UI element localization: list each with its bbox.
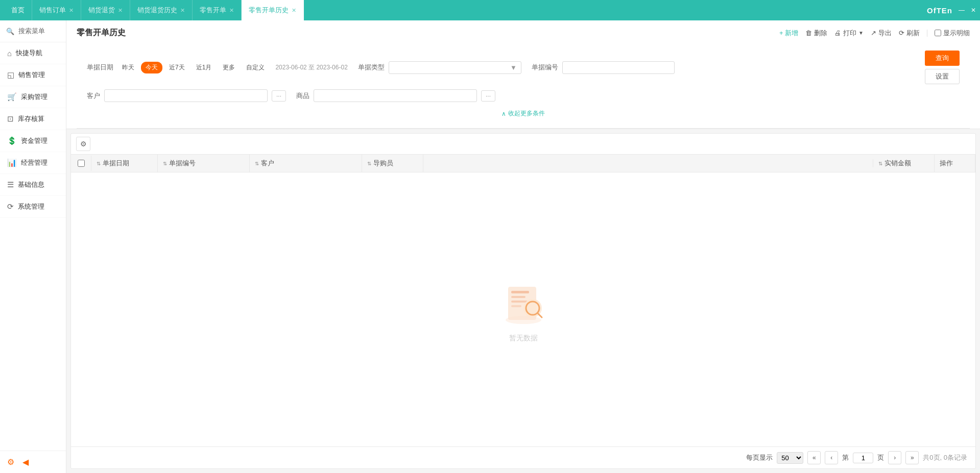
export-button-label: 导出 xyxy=(878,29,892,38)
refresh-button[interactable]: ⟳ 刷新 xyxy=(899,29,920,38)
per-page-label: 每页显示 xyxy=(746,453,773,462)
export-button[interactable]: ↗ 导出 xyxy=(871,29,892,38)
show-detail-checkbox[interactable] xyxy=(935,30,941,36)
tab-sales-return[interactable]: 销货退货 ✕ xyxy=(81,0,130,20)
delete-button[interactable]: 🗑 删除 xyxy=(805,29,827,38)
tab-retail-open-history-close[interactable]: ✕ xyxy=(292,7,296,14)
table-config-button[interactable]: ⚙ xyxy=(76,137,90,151)
query-row-2: 客户 ··· 商品 ··· xyxy=(87,89,960,102)
query-btn-group: 查询 设置 xyxy=(925,51,960,84)
prev-page-btn[interactable]: ‹ xyxy=(825,451,838,464)
date-btn-7days[interactable]: 近7天 xyxy=(164,62,189,73)
per-page-select[interactable]: 50 100 200 xyxy=(777,452,803,464)
tab-sales-return-history[interactable]: 销货退货历史 ✕ xyxy=(130,0,193,20)
add-button-label: + 新增 xyxy=(779,29,798,38)
page-title-row: 零售开单历史 + 新增 🗑 删除 🖨 打印 ▼ ↗ xyxy=(77,28,970,38)
sidebar-item-sales-label: 销售管理 xyxy=(18,70,45,80)
page-header: 零售开单历史 + 新增 🗑 删除 🖨 打印 ▼ ↗ xyxy=(66,20,980,129)
tab-retail-open-history[interactable]: 零售开单历史 ✕ xyxy=(242,0,304,20)
sidebar-item-purchase[interactable]: 🛒 采购管理 xyxy=(0,86,66,108)
th-customer[interactable]: ⇅ 客户 xyxy=(250,155,362,172)
type-dropdown[interactable]: ▼ xyxy=(389,61,521,74)
collapse-label: 收起更多条件 xyxy=(508,109,545,118)
collapse-more-btn[interactable]: ∧ 收起更多条件 xyxy=(87,107,960,122)
first-page-btn[interactable]: « xyxy=(807,451,821,464)
sidebar-item-inventory[interactable]: ⊡ 库存核算 xyxy=(0,108,66,130)
th-guide[interactable]: ⇅ 导购员 xyxy=(362,155,423,172)
home-icon: ⌂ xyxy=(7,49,12,58)
customer-dots-btn[interactable]: ··· xyxy=(272,90,286,102)
svg-rect-5 xyxy=(511,305,521,307)
product-input[interactable] xyxy=(314,89,477,102)
select-all-checkbox[interactable] xyxy=(78,160,85,167)
sidebar-bottom: ⚙ ◀ xyxy=(0,451,66,473)
query-button[interactable]: 查询 xyxy=(925,51,960,66)
tab-sales-return-close[interactable]: ✕ xyxy=(118,7,123,14)
purchase-icon: 🛒 xyxy=(7,92,17,102)
tab-sales-order-close[interactable]: ✕ xyxy=(69,7,74,14)
sidebar-collapse-icon[interactable]: ◀ xyxy=(22,457,29,467)
date-btn-today[interactable]: 今天 xyxy=(141,62,162,73)
delete-button-label: 删除 xyxy=(814,29,827,38)
sort-icon-date: ⇅ xyxy=(97,161,101,166)
next-page-btn[interactable]: › xyxy=(888,451,901,464)
date-btn-1month[interactable]: 近1月 xyxy=(192,62,217,73)
page-input[interactable] xyxy=(853,453,873,463)
order-no-input[interactable] xyxy=(562,61,675,74)
brand-logo: OfTEn xyxy=(927,6,952,15)
sidebar-item-base-info-label: 基础信息 xyxy=(18,180,44,189)
sidebar-search[interactable]: 🔍 搜索菜单 xyxy=(0,20,66,42)
sidebar-item-quick-nav[interactable]: ⌂ 快捷导航 xyxy=(0,42,66,64)
toolbar-actions: + 新增 🗑 删除 🖨 打印 ▼ ↗ 导出 xyxy=(779,29,970,38)
th-date[interactable]: ⇅ 单据日期 xyxy=(91,155,158,172)
th-action-label: 操作 xyxy=(940,159,953,168)
print-button-label: 打印 xyxy=(843,29,856,38)
tab-retail-open-close[interactable]: ✕ xyxy=(229,7,234,14)
customer-label: 客户 xyxy=(87,91,100,101)
date-range-display: 2023-06-02 至 2023-06-02 xyxy=(275,63,347,72)
date-btn-yesterday[interactable]: 昨天 xyxy=(117,62,139,73)
empty-illustration xyxy=(498,277,549,328)
sidebar-item-operations[interactable]: 📊 经营管理 xyxy=(0,152,66,174)
window-minimize[interactable]: — xyxy=(959,7,965,14)
order-no-field: 单据编号 xyxy=(532,61,675,74)
order-no-label: 单据编号 xyxy=(532,63,558,72)
print-button[interactable]: 🖨 打印 ▼ xyxy=(834,29,864,38)
date-btn-custom[interactable]: 自定义 xyxy=(242,62,269,73)
content-area: 零售开单历史 + 新增 🗑 删除 🖨 打印 ▼ ↗ xyxy=(66,20,980,473)
date-filter-btns: 昨天 今天 近7天 近1月 更多 自定义 xyxy=(117,62,269,73)
search-icon: 🔍 xyxy=(6,28,14,35)
th-order-no[interactable]: ⇅ 单据编号 xyxy=(158,155,250,172)
sidebar-item-finance[interactable]: 💲 资金管理 xyxy=(0,130,66,152)
last-page-btn[interactable]: » xyxy=(905,451,919,464)
tab-sales-order[interactable]: 销售订单 ✕ xyxy=(32,0,81,20)
th-amount[interactable]: ⇅ 实销金额 xyxy=(873,155,935,172)
sales-icon: ◱ xyxy=(7,70,14,80)
customer-input[interactable] xyxy=(104,89,268,102)
tab-sales-return-history-label: 销货退货历史 xyxy=(137,6,177,15)
product-dots-btn[interactable]: ··· xyxy=(481,90,495,102)
page-label: 页 xyxy=(877,453,884,462)
print-icon: 🖨 xyxy=(834,29,841,37)
window-close[interactable]: ✕ xyxy=(971,7,976,14)
add-button[interactable]: + 新增 xyxy=(779,29,798,38)
tab-sales-return-history-close[interactable]: ✕ xyxy=(180,7,185,14)
query-area: 单据日期 昨天 今天 近7天 近1月 更多 自定义 2023-06-02 至 2… xyxy=(77,44,970,129)
show-detail-toggle[interactable]: 显示明细 xyxy=(935,29,970,38)
tab-home[interactable]: 首页 xyxy=(4,0,32,20)
product-label: 商品 xyxy=(296,91,309,101)
settings-button[interactable]: 设置 xyxy=(925,69,960,84)
sidebar-item-sales[interactable]: ◱ 销售管理 xyxy=(0,64,66,86)
type-label: 单据类型 xyxy=(358,63,385,72)
sidebar-item-base-info[interactable]: ☰ 基础信息 xyxy=(0,174,66,196)
table-config-toolbar: ⚙ xyxy=(71,134,975,155)
sidebar-item-system[interactable]: ⟳ 系统管理 xyxy=(0,196,66,218)
date-btn-more[interactable]: 更多 xyxy=(218,62,240,73)
tab-sales-order-label: 销售订单 xyxy=(39,6,66,15)
tab-retail-open[interactable]: 零售开单 ✕ xyxy=(193,0,242,20)
th-action: 操作 xyxy=(935,155,975,172)
sidebar-item-system-label: 系统管理 xyxy=(18,202,44,211)
inventory-icon: ⊡ xyxy=(7,114,14,123)
sidebar-settings-icon[interactable]: ⚙ xyxy=(7,457,14,467)
th-date-label: 单据日期 xyxy=(103,159,129,168)
